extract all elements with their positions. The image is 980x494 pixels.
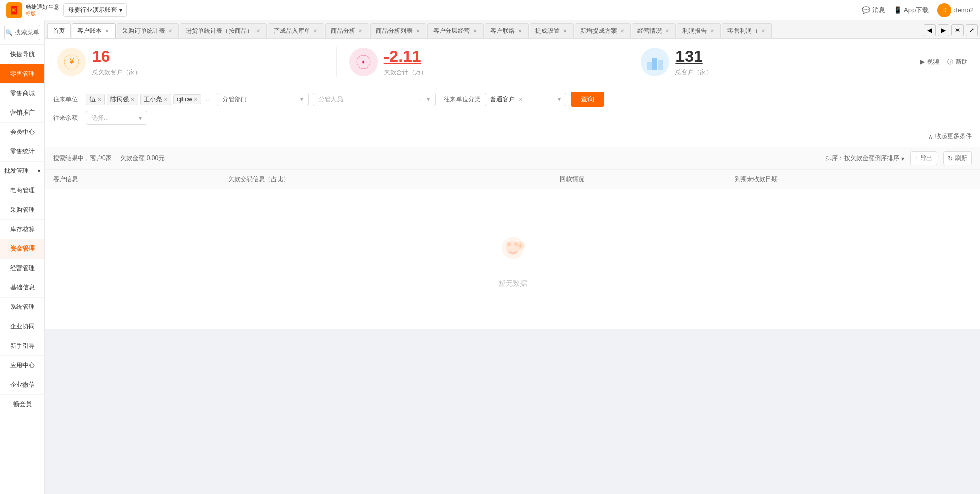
- message-btn[interactable]: 💬 消息: [862, 6, 885, 15]
- results-bar-right: 排序：按欠款金额倒序排序 ▾ ↑ 导出 ↻ 刷新: [826, 151, 972, 165]
- unit-category-label: 往来单位分类: [444, 95, 481, 104]
- tab-operations-status[interactable]: 经营情况 ✕: [632, 23, 676, 38]
- filter-tags: 伍 ✕ 陈民强 ✕ 王小亮 ✕ cjttcw ✕: [86, 94, 213, 105]
- filter-tag-cjttcw[interactable]: cjttcw ✕: [173, 94, 201, 104]
- close-tab-customer-contact[interactable]: ✕: [517, 28, 523, 34]
- sidebar-item-retail-mgmt[interactable]: 零售管理: [0, 64, 44, 84]
- col-overdue-date: 到期未收款日期: [726, 170, 980, 189]
- close-tab-product-analysis-list[interactable]: ✕: [415, 28, 421, 34]
- tab-purchase-order[interactable]: 采购订单统计表 ✕: [117, 23, 179, 38]
- query-button[interactable]: 查询: [571, 92, 604, 107]
- table-container: 客户信息 欠款交易信息（占比） 回款情况 到期未收款日期: [45, 170, 980, 329]
- empty-text: 暂无数据: [498, 279, 527, 288]
- tab-profit-report[interactable]: 利润报告 ✕: [677, 23, 721, 38]
- tab-customer-segment[interactable]: 客户分层经营 ✕: [427, 23, 484, 38]
- page-content: ¥ 16 总欠款客户（家） ✦: [45, 39, 980, 494]
- sidebar-item-member-center[interactable]: 会员中心: [0, 123, 44, 142]
- data-table: 客户信息 欠款交易信息（占比） 回款情况 到期未收款日期: [45, 170, 980, 189]
- refresh-btn[interactable]: ↻ 刷新: [943, 151, 972, 165]
- tab-customer-contact[interactable]: 客户联络 ✕: [485, 23, 529, 38]
- remove-tag-wang[interactable]: ✕: [164, 97, 168, 102]
- tab-close-all-btn[interactable]: ✕: [951, 24, 964, 36]
- remaining-amount-label: 往来余额: [53, 114, 82, 122]
- tab-product-analysis[interactable]: 商品分析 ✕: [325, 23, 369, 38]
- tab-cost-inbound[interactable]: 产成品入库单 ✕: [268, 23, 324, 38]
- close-tab-operations-status[interactable]: ✕: [664, 28, 670, 34]
- tab-inbound-stats[interactable]: 进货单统计表（按商品） ✕: [180, 23, 267, 38]
- sidebar-item-basic-info[interactable]: 基础信息: [0, 278, 44, 298]
- collapse-btn[interactable]: ∧ 收起更多条件: [928, 132, 972, 141]
- remove-tag-wu[interactable]: ✕: [97, 97, 101, 102]
- sidebar-item-app-center[interactable]: 应用中心: [0, 356, 44, 375]
- remaining-amount-select[interactable]: 选择... ▾: [86, 111, 147, 125]
- remove-tag-cjttcw[interactable]: ✕: [194, 97, 198, 102]
- sidebar-item-marketing[interactable]: 营销推广: [0, 103, 44, 123]
- sidebar-item-quick-nav[interactable]: 快捷导航: [0, 45, 44, 64]
- sidebar-item-purchase[interactable]: 采购管理: [0, 200, 44, 220]
- tab-product-analysis-list[interactable]: 商品分析列表 ✕: [370, 23, 426, 38]
- close-tab-add-promotion[interactable]: ✕: [619, 28, 625, 34]
- close-tab-customer-segment[interactable]: ✕: [472, 28, 478, 34]
- remove-tag-chen[interactable]: ✕: [130, 97, 134, 102]
- total-customers-label: 总客户（家）: [675, 68, 712, 77]
- filter-tags-more[interactable]: ...: [203, 95, 213, 104]
- filter-row-2: 往来余额 选择... ▾: [53, 111, 972, 125]
- branch-dept-select[interactable]: 分管部门 ▾: [217, 93, 309, 106]
- sidebar-item-wholesale[interactable]: 批发管理 ▾: [0, 162, 44, 181]
- svg-rect-5: [652, 58, 657, 70]
- user-avatar[interactable]: D demo2: [937, 3, 974, 17]
- unit-category-select[interactable]: 普通客户 ✕ ▾: [485, 93, 566, 106]
- sidebar-item-wechat[interactable]: 企业微信: [0, 375, 44, 395]
- top-bar: 🧧 畅捷通好生意 标版 母婴行业演示账套 ▾ 💬 消息 📱 App下载 D de…: [0, 0, 980, 20]
- filter-tag-wang[interactable]: 王小亮 ✕: [140, 94, 171, 105]
- tab-next-btn[interactable]: ▶: [938, 24, 949, 36]
- filter-actions: ∧ 收起更多条件: [53, 129, 972, 141]
- sidebar-item-finance[interactable]: 资金管理: [0, 239, 44, 259]
- sidebar-item-retail-stats[interactable]: 零售统计: [0, 142, 44, 162]
- main-layout: 🔍 搜索菜单 快捷导航 零售管理 零售商城 营销推广 会员中心 零售统计 批发管…: [0, 20, 980, 494]
- content-area: 首页 客户账本 ✕ 采购订单统计表 ✕ 进货单统计表（按商品） ✕ 产成品入库单…: [45, 20, 980, 494]
- tab-promotion-settings[interactable]: 提成设置 ✕: [530, 23, 574, 38]
- tab-add-promotion[interactable]: 新增提成方案 ✕: [575, 23, 631, 38]
- sidebar-item-vip[interactable]: 畅会员: [0, 395, 44, 414]
- sidebar-item-ecommerce[interactable]: 电商管理: [0, 181, 44, 200]
- sidebar-item-system[interactable]: 系统管理: [0, 298, 44, 317]
- remove-unit-category[interactable]: ✕: [519, 97, 523, 102]
- tab-retail-profit[interactable]: 零售利润（ ✕: [722, 23, 772, 38]
- sidebar-item-enterprise[interactable]: 企业协同: [0, 317, 44, 336]
- help-btn[interactable]: ⓘ 帮助: [947, 58, 968, 66]
- search-icon: 🔍: [5, 29, 13, 36]
- sidebar-item-retail-mall[interactable]: 零售商城: [0, 84, 44, 103]
- close-tab-cost-inbound[interactable]: ✕: [312, 28, 318, 34]
- video-help-btn[interactable]: ▶ 视频: [920, 58, 939, 66]
- branch-person-select[interactable]: 分管人员 ... ▾: [313, 93, 436, 106]
- export-btn[interactable]: ↑ 导出: [910, 151, 937, 165]
- close-tab-product-analysis[interactable]: ✕: [357, 28, 363, 34]
- tab-prev-btn[interactable]: ◀: [924, 24, 936, 36]
- sidebar-item-newbie[interactable]: 新手引导: [0, 336, 44, 356]
- sidebar-item-operations[interactable]: 经营管理: [0, 259, 44, 278]
- svg-point-9: [507, 242, 511, 246]
- tab-customer-balance[interactable]: 客户账本 ✕: [72, 23, 116, 38]
- svg-rect-6: [658, 60, 663, 70]
- video-icon: ▶: [920, 58, 925, 65]
- empty-state: 暂无数据: [45, 189, 980, 329]
- avatar: D: [937, 3, 951, 17]
- total-customers-value: 131: [675, 47, 712, 66]
- close-tab-purchase-order[interactable]: ✕: [167, 28, 173, 34]
- app-download-btn[interactable]: 📱 App下载: [894, 6, 929, 15]
- sidebar-item-inventory[interactable]: 库存核算: [0, 220, 44, 239]
- tab-expand-btn[interactable]: ⤢: [966, 24, 978, 36]
- close-tab-inbound-stats[interactable]: ✕: [255, 28, 261, 34]
- tab-home[interactable]: 首页: [47, 23, 71, 38]
- sort-selector[interactable]: 排序：按欠款金额倒序排序 ▾: [826, 154, 904, 163]
- close-tab-profit-report[interactable]: ✕: [709, 28, 715, 34]
- account-selector[interactable]: 母婴行业演示账套 ▾: [63, 3, 127, 17]
- close-tab-customer-balance[interactable]: ✕: [104, 28, 110, 34]
- search-menu-btn[interactable]: 🔍 搜索菜单: [4, 25, 40, 40]
- close-tab-promotion-settings[interactable]: ✕: [562, 28, 568, 34]
- close-tab-retail-profit[interactable]: ✕: [760, 28, 766, 34]
- filter-tag-wu[interactable]: 伍 ✕: [86, 94, 105, 105]
- filter-area: 往来单位 伍 ✕ 陈民强 ✕ 王小亮 ✕: [45, 85, 980, 147]
- filter-tag-chen[interactable]: 陈民强 ✕: [107, 94, 138, 105]
